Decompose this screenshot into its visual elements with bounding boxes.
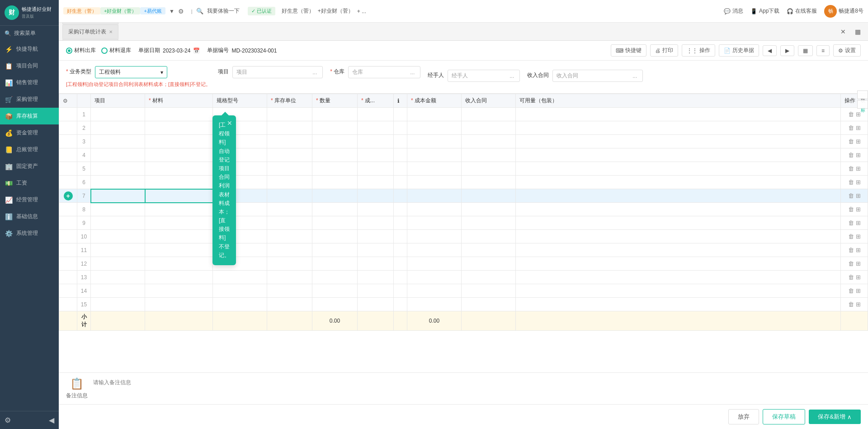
row-unit-cell[interactable]	[267, 298, 312, 311]
topbar-more-btn[interactable]: ▼	[169, 8, 175, 14]
bill-no-value[interactable]: MD-20230324-001	[231, 48, 277, 54]
row-spec-cell[interactable]	[213, 271, 267, 284]
row-material-cell[interactable]	[145, 298, 213, 311]
row-cost-price-cell[interactable]	[358, 176, 394, 189]
tab-grid-btn[interactable]: ▦	[851, 26, 864, 37]
row-material-cell[interactable]	[145, 216, 213, 230]
row-available-qty-cell[interactable]	[516, 135, 841, 148]
row-spec-cell[interactable]	[213, 284, 267, 298]
row-cost-amount-cell[interactable]	[407, 243, 462, 257]
row-unit-cell[interactable]	[267, 271, 312, 284]
copy-row-btn[interactable]: ⊞	[856, 124, 861, 131]
discard-btn[interactable]: 放弃	[728, 409, 759, 424]
history-btn[interactable]: 📄 历史单据	[719, 44, 759, 57]
row-material-cell[interactable]	[145, 121, 213, 135]
row-qty-cell[interactable]	[312, 148, 358, 162]
row-unit-cell[interactable]	[267, 230, 312, 243]
biz-type-select[interactable]: 工程领料 ▾	[95, 66, 167, 78]
row-material-cell[interactable]	[145, 257, 213, 271]
row-cost-price-cell[interactable]	[358, 230, 394, 243]
row-cost-price-cell[interactable]	[358, 148, 394, 162]
row-qty-cell[interactable]	[312, 121, 358, 135]
delete-row-btn[interactable]: 🗑	[848, 111, 854, 118]
sidebar-item-purchase-mgmt[interactable]: 🛒采购管理	[0, 91, 59, 108]
row-income-contract-cell[interactable]	[462, 148, 516, 162]
handler-input[interactable]: 经手人 ...	[448, 70, 520, 82]
message-btn[interactable]: 💬 消息	[724, 7, 743, 15]
copy-row-btn[interactable]: ⊞	[856, 138, 861, 145]
notes-input[interactable]	[93, 377, 861, 387]
copy-row-btn[interactable]: ⊞	[856, 179, 861, 186]
delete-row-btn[interactable]: 🗑	[848, 301, 854, 308]
row-item-cell[interactable]	[91, 284, 145, 298]
row-available-qty-cell[interactable]	[516, 121, 841, 135]
delete-row-btn[interactable]: 🗑	[848, 260, 854, 267]
delete-row-btn[interactable]: 🗑	[848, 247, 854, 253]
date-value[interactable]: 2023-03-24	[163, 48, 190, 54]
tab-采购费用分摊单[interactable]: 采购费用分摊单✕	[62, 23, 118, 24]
row-income-contract-cell[interactable]	[462, 108, 516, 121]
save-draft-btn[interactable]: 保存草稿	[763, 409, 805, 424]
row-unit-cell[interactable]	[267, 135, 312, 148]
delete-row-btn[interactable]: 🗑	[848, 233, 854, 240]
row-available-qty-cell[interactable]	[516, 284, 841, 298]
form-settings-btn[interactable]: ⚙ 设置	[833, 44, 861, 57]
collapse-sidebar-btn[interactable]: ◀	[49, 416, 54, 424]
row-unit-cell[interactable]	[267, 176, 312, 189]
row-cost-amount-cell[interactable]	[407, 176, 462, 189]
copy-row-btn[interactable]: ⊞	[856, 287, 861, 294]
layout-grid-btn[interactable]: ▦	[798, 45, 813, 56]
delete-row-btn[interactable]: 🗑	[848, 287, 854, 294]
income-contract-ellipsis-icon[interactable]: ...	[631, 73, 639, 79]
row-cost-price-cell[interactable]	[358, 243, 394, 257]
delete-row-btn[interactable]: 🗑	[848, 192, 854, 199]
row-cost-amount-cell[interactable]	[407, 230, 462, 243]
row-item-cell[interactable]	[91, 216, 145, 230]
row-material-cell[interactable]	[145, 176, 213, 189]
online-service-btn[interactable]: 🎧 在线客服	[787, 7, 817, 15]
sidebar-item-operations[interactable]: 📈经营管理	[0, 191, 59, 208]
row-available-qty-cell[interactable]	[516, 176, 841, 189]
row-material-cell[interactable]	[145, 135, 213, 148]
row-item-cell[interactable]	[91, 108, 145, 121]
copy-row-btn[interactable]: ⊞	[856, 165, 861, 172]
prev-record-btn[interactable]: ◀	[763, 45, 777, 56]
row-income-contract-cell[interactable]	[462, 162, 516, 176]
row-qty-cell[interactable]	[312, 230, 358, 243]
row-cost-amount-cell[interactable]	[407, 121, 462, 135]
row-material-cell[interactable]	[145, 189, 213, 203]
row-income-contract-cell[interactable]	[462, 243, 516, 257]
row-item-cell[interactable]	[91, 271, 145, 284]
row-unit-cell[interactable]	[267, 257, 312, 271]
row-material-cell[interactable]	[145, 162, 213, 176]
copy-row-btn[interactable]: ⊞	[856, 274, 861, 281]
sidebar-item-project-contract[interactable]: 📋项目合同	[0, 57, 59, 74]
row-cost-amount-cell[interactable]	[407, 284, 462, 298]
row-qty-cell[interactable]	[312, 203, 358, 216]
delete-row-btn[interactable]: 🗑	[848, 138, 854, 145]
row-material-cell[interactable]	[145, 203, 213, 216]
row-available-qty-cell[interactable]	[516, 203, 841, 216]
copy-row-btn[interactable]: ⊞	[856, 219, 861, 226]
delete-row-btn[interactable]: 🗑	[848, 179, 854, 186]
copy-row-btn[interactable]: ⊞	[856, 192, 861, 199]
row-cost-amount-cell[interactable]	[407, 271, 462, 284]
row-qty-cell[interactable]	[312, 162, 358, 176]
row-cost-amount-cell[interactable]	[407, 108, 462, 121]
tab-close-icon[interactable]: ✕	[109, 29, 113, 34]
row-unit-cell[interactable]	[267, 216, 312, 230]
row-qty-cell[interactable]	[312, 271, 358, 284]
sidebar-item-payroll[interactable]: 💵工资	[0, 175, 59, 191]
row-material-cell[interactable]	[145, 230, 213, 243]
row-cost-price-cell[interactable]	[358, 203, 394, 216]
grid-col-settings-icon[interactable]: ⚙	[63, 98, 68, 104]
row-income-contract-cell[interactable]	[462, 121, 516, 135]
row-item-cell[interactable]	[91, 162, 145, 176]
row-unit-cell[interactable]	[267, 162, 312, 176]
row-income-contract-cell[interactable]	[462, 230, 516, 243]
shortcut-key-btn[interactable]: ⌨ 快捷键	[611, 44, 646, 57]
sidebar-item-inventory[interactable]: 📦库存核算	[0, 108, 59, 124]
warehouse-ellipsis-icon[interactable]: ...	[408, 69, 416, 76]
row-unit-cell[interactable]	[267, 189, 312, 203]
project-ellipsis-icon[interactable]: ...	[311, 69, 319, 76]
